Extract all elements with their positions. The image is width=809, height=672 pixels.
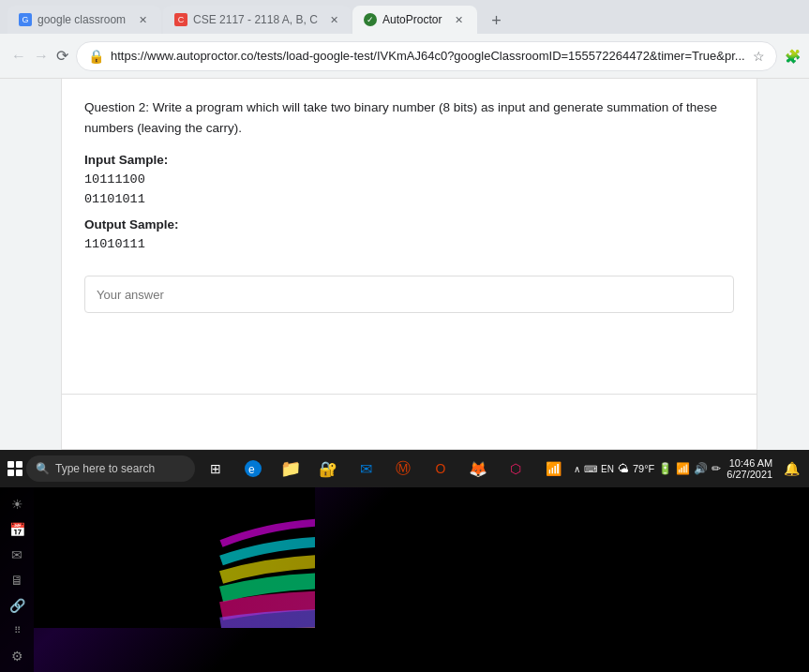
wallpaper-canvas: [34, 487, 315, 628]
desktop-sidebar: ☀ 📅 ✉ 🖥 🔗 ⠿ ⚙: [0, 487, 34, 672]
tab-label-1: google classroom: [37, 13, 126, 26]
message-icon[interactable]: ✉: [4, 545, 30, 563]
page-content: Click After Submitting Test 45:50 Questi…: [0, 79, 809, 450]
taskview-button[interactable]: ⊞: [199, 452, 232, 485]
question-text: Question 2: Write a program which will t…: [84, 97, 734, 138]
new-tab-button[interactable]: +: [483, 7, 509, 34]
taskbar: 🔍 Type here to search ⊞ e 📁 🔐 ✉ Ⓜ O 🦊 ⬡ …: [0, 450, 809, 487]
office-icon[interactable]: O: [424, 452, 457, 485]
tray-pen: ✏: [712, 462, 721, 475]
firefox-icon[interactable]: 🦊: [461, 452, 495, 485]
weather-icon: 🌤: [618, 462, 629, 475]
tray-sound[interactable]: 🔊: [694, 462, 708, 475]
tray-battery: 🔋: [658, 462, 672, 475]
tab-favicon-3: ✓: [364, 13, 377, 26]
temperature-display: 79°F: [633, 463, 654, 474]
tab-autoproctor[interactable]: ✓ AutoProctor ✕: [352, 6, 477, 34]
search-placeholder: Type here to search: [55, 462, 155, 475]
address-text: https://www.autoproctor.co/tests/load-go…: [111, 49, 745, 63]
tray-keyboard: ⌨: [584, 464, 597, 474]
output-sample-label: Output Sample:: [84, 217, 734, 231]
calendar-icon[interactable]: 📅: [4, 520, 30, 538]
address-bar[interactable]: 🔒 https://www.autoproctor.co/tests/load-…: [76, 41, 777, 71]
svg-text:e: e: [248, 463, 255, 476]
settings-icon[interactable]: ⚙: [4, 647, 30, 665]
refresh-button[interactable]: ⟳: [56, 41, 68, 71]
nav-bar: ← → ⟳ 🔒 https://www.autoproctor.co/tests…: [0, 34, 809, 79]
system-tray: ∧ ⌨ EN 🌤 79°F 🔋 📶 🔊 ✏ 10:46 AM 6/27/2021…: [574, 455, 804, 482]
taskbar-app-icons: ⊞ e 📁 🔐 ✉ Ⓜ O 🦊 ⬡ 📶: [199, 452, 570, 485]
tab-cse[interactable]: C CSE 2117 - 2118 A, B, C ✕: [163, 6, 351, 34]
tray-chevron[interactable]: ∧: [574, 464, 580, 474]
input-sample-2: 01101011: [84, 192, 734, 206]
bookmark-icon: ☆: [753, 49, 765, 64]
mail-icon[interactable]: ✉: [349, 452, 382, 485]
back-button[interactable]: ←: [11, 41, 26, 71]
apps-icon[interactable]: ⠿: [4, 621, 30, 639]
input-sample-1: 10111100: [84, 172, 734, 187]
desktop-wallpaper: ☀ 📅 ✉ 🖥 🔗 ⠿ ⚙: [0, 487, 809, 672]
tab-close-3[interactable]: ✕: [451, 12, 466, 27]
system-clock[interactable]: 10:46 AM 6/27/2021: [727, 457, 772, 480]
wifi-icon[interactable]: 📶: [536, 452, 570, 485]
browser-window: G google classroom ✕ C CSE 2117 - 2118 A…: [0, 0, 809, 450]
tab-label-2: CSE 2117 - 2118 A, B, C: [193, 13, 318, 26]
time-display: 10:46 AM: [727, 457, 772, 469]
start-button[interactable]: [7, 454, 22, 484]
tab-label-3: AutoProctor: [382, 13, 442, 26]
notification-button[interactable]: 🔔: [778, 455, 804, 482]
date-display: 6/27/2021: [727, 469, 772, 480]
security-icon[interactable]: 🔐: [311, 452, 345, 485]
forward-button[interactable]: →: [34, 41, 49, 71]
display-icon[interactable]: 🖥: [4, 571, 30, 589]
tab-favicon-2: C: [174, 13, 187, 26]
answer-input[interactable]: [84, 276, 734, 313]
output-sample: 11010111: [84, 237, 734, 251]
tray-network: 📶: [676, 462, 690, 475]
tab-favicon-1: G: [19, 13, 32, 26]
tab-google-classroom[interactable]: G google classroom ✕: [7, 6, 161, 34]
tab-close-1[interactable]: ✕: [135, 12, 150, 27]
tray-icons: ∧ ⌨ EN 🌤 79°F 🔋 📶 🔊 ✏: [574, 462, 721, 475]
edge-icon[interactable]: e: [236, 452, 270, 485]
lock-icon: 🔒: [88, 49, 103, 64]
input-sample-label: Input Sample:: [84, 153, 734, 167]
hm-icon[interactable]: ⬡: [499, 452, 532, 485]
tab-bar: G google classroom ✕ C CSE 2117 - 2118 A…: [0, 0, 809, 34]
extensions-button[interactable]: 🧩: [785, 41, 801, 71]
taskbar-search[interactable]: 🔍 Type here to search: [26, 455, 195, 482]
brightness-icon[interactable]: ☀: [4, 495, 30, 513]
search-icon: 🔍: [36, 462, 50, 475]
windows-logo-icon: [7, 461, 22, 476]
tab-close-2[interactable]: ✕: [327, 12, 342, 27]
file-explorer-icon[interactable]: 📁: [274, 452, 307, 485]
tray-language: EN: [601, 464, 614, 474]
link-icon[interactable]: 🔗: [4, 596, 30, 614]
ms365-icon[interactable]: Ⓜ: [386, 452, 420, 485]
next-question-panel: [61, 394, 757, 450]
